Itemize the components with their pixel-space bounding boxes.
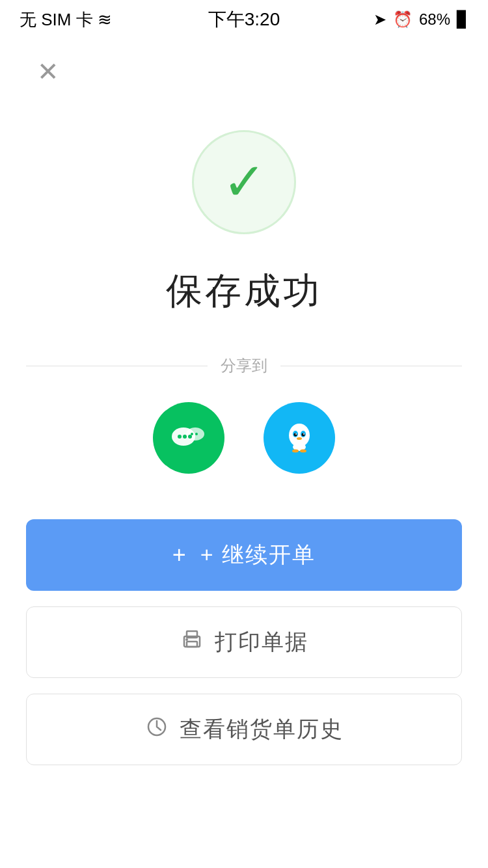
wechat-share-button[interactable] bbox=[153, 402, 224, 474]
svg-point-21 bbox=[185, 638, 188, 641]
close-button[interactable]: ✕ bbox=[29, 52, 68, 91]
qq-icon bbox=[278, 417, 320, 459]
continue-order-button[interactable]: + + 继续开单 bbox=[26, 519, 462, 591]
divider-line-left bbox=[26, 366, 208, 366]
share-icons-row bbox=[153, 402, 335, 474]
svg-point-15 bbox=[297, 437, 302, 440]
svg-point-13 bbox=[302, 433, 305, 437]
history-icon bbox=[144, 714, 169, 744]
main-content: ✓ 保存成功 分享到 bbox=[0, 78, 488, 765]
print-button[interactable]: 打印单据 bbox=[26, 606, 462, 678]
svg-point-4 bbox=[188, 435, 192, 439]
share-section: 分享到 bbox=[26, 355, 462, 474]
success-circle: ✓ bbox=[192, 130, 296, 234]
checkmark-icon: ✓ bbox=[223, 156, 266, 208]
svg-point-10 bbox=[294, 433, 297, 437]
svg-rect-20 bbox=[187, 642, 197, 647]
location-icon: ➤ bbox=[373, 10, 386, 29]
svg-point-17 bbox=[300, 450, 306, 453]
svg-point-5 bbox=[191, 433, 193, 435]
status-right: ➤ ⏰ 68% ▊ bbox=[373, 10, 468, 29]
share-label: 分享到 bbox=[221, 355, 267, 376]
continue-order-label: + 继续开单 bbox=[200, 540, 316, 570]
svg-point-14 bbox=[303, 433, 305, 435]
svg-point-2 bbox=[178, 435, 182, 439]
battery-icon: ▊ bbox=[457, 10, 468, 29]
battery-percent: 68% bbox=[419, 10, 450, 29]
plus-icon: + bbox=[172, 541, 187, 569]
share-divider: 分享到 bbox=[26, 355, 462, 376]
wechat-icon bbox=[168, 417, 210, 459]
status-time: 下午3:20 bbox=[208, 7, 280, 32]
status-bar: 无 SIM 卡 ≋ 下午3:20 ➤ ⏰ 68% ▊ bbox=[0, 0, 488, 39]
close-icon: ✕ bbox=[37, 59, 59, 85]
print-icon bbox=[180, 627, 204, 657]
action-buttons: + + 继续开单 打印单据 查看销货单历史 bbox=[26, 519, 462, 765]
svg-point-11 bbox=[295, 433, 297, 435]
divider-line-right bbox=[280, 366, 462, 366]
print-label: 打印单据 bbox=[215, 627, 308, 657]
history-label: 查看销货单历史 bbox=[180, 714, 344, 744]
svg-point-16 bbox=[292, 450, 299, 453]
qq-share-button[interactable] bbox=[264, 402, 335, 474]
svg-point-6 bbox=[195, 433, 198, 435]
svg-point-3 bbox=[183, 435, 187, 439]
success-title: 保存成功 bbox=[166, 267, 322, 316]
alarm-icon: ⏰ bbox=[393, 10, 413, 29]
history-button[interactable]: 查看销货单历史 bbox=[26, 694, 462, 765]
status-signal: 无 SIM 卡 ≋ bbox=[20, 8, 112, 31]
